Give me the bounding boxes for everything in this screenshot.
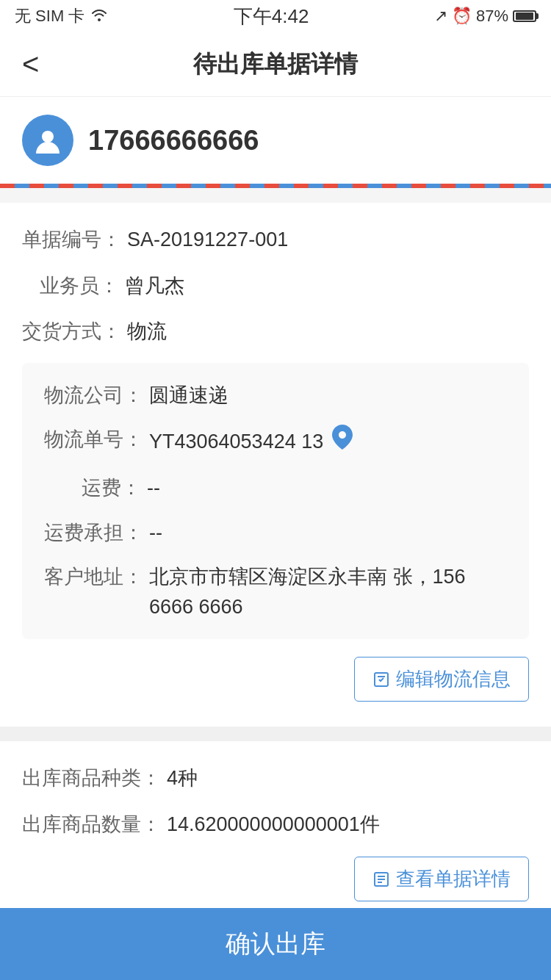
logistics-box: 物流公司： 圆通速递 物流单号： YT43064053424 13 运费： --… [22,363,529,640]
edit-logistics-button[interactable]: 编辑物流信息 [354,657,529,702]
customer-phone: 17666666666 [88,125,259,156]
document-no-row: 单据编号： SA-20191227-001 [22,225,529,255]
location-status-icon: ↗ [434,7,447,26]
dashed-separator [0,184,551,188]
battery-percent: 87% [476,7,508,26]
back-button[interactable]: < [22,48,39,81]
page-title: 待出库单据详情 [193,48,358,81]
avatar [22,115,73,166]
freight-value: -- [147,473,507,503]
tracking-no-label: 物流单号： [44,425,149,455]
goods-section: 出库商品种类： 4种 出库商品数量： 14.620000000000001件 查… [0,741,551,923]
nav-bar: < 待出库单据详情 [0,32,551,97]
view-detail-button[interactable]: 查看单据详情 [354,857,529,901]
customer-header: 17666666666 [0,97,551,184]
logistics-company-label: 物流公司： [44,381,149,411]
freight-label: 运费： [44,473,147,503]
tracking-location-icon[interactable] [332,425,353,458]
document-no-value: SA-20191227-001 [127,225,529,255]
tracking-no-value: YT43064053424 13 [149,425,507,458]
logistics-company-value: 圆通速递 [149,381,507,411]
basic-info-section: 单据编号： SA-20191227-001 业务员： 曾凡杰 交货方式： 物流 … [0,203,551,727]
wifi-icon [90,7,108,26]
freight-row: 运费： -- [44,473,507,503]
edit-logistics-container: 编辑物流信息 [22,657,529,705]
goods-type-row: 出库商品种类： 4种 [22,763,529,793]
alarm-icon: ⏰ [452,7,472,26]
salesman-row: 业务员： 曾凡杰 [22,271,529,301]
goods-type-label: 出库商品种类： [22,763,167,793]
goods-quantity-label: 出库商品数量： [22,810,167,840]
status-left: 无 SIM 卡 [15,5,108,27]
delivery-label: 交货方式： [22,317,127,347]
delivery-value: 物流 [127,317,529,347]
goods-type-value: 4种 [167,763,529,793]
confirm-button-label: 确认出库 [226,927,325,961]
goods-quantity-row: 出库商品数量： 14.620000000000001件 [22,810,529,840]
salesman-label: 业务员： [22,271,125,301]
status-right: ↗ ⏰ 87% [434,7,536,26]
confirm-button[interactable]: 确认出库 [0,908,551,980]
salesman-value: 曾凡杰 [125,271,529,301]
freight-bearer-row: 运费承担： -- [44,518,507,548]
goods-quantity-value: 14.620000000000001件 [167,810,529,840]
address-value: 北京市市辖区海淀区永丰南 张，156 6666 6666 [149,562,507,621]
freight-bearer-label: 运费承担： [44,518,149,548]
view-detail-container: 查看单据详情 [22,857,529,901]
carrier-text: 无 SIM 卡 [15,5,84,27]
svg-point-0 [42,131,54,143]
document-no-label: 单据编号： [22,225,127,255]
status-time: 下午4:42 [234,4,309,29]
section-divider [0,727,551,741]
logistics-company-row: 物流公司： 圆通速递 [44,381,507,411]
status-bar: 无 SIM 卡 下午4:42 ↗ ⏰ 87% [0,0,551,32]
delivery-row: 交货方式： 物流 [22,317,529,347]
freight-bearer-value: -- [149,518,507,548]
battery-icon [513,10,536,22]
tracking-no-row: 物流单号： YT43064053424 13 [44,425,507,458]
address-label: 客户地址： [44,562,149,592]
address-row: 客户地址： 北京市市辖区海淀区永丰南 张，156 6666 6666 [44,562,507,621]
